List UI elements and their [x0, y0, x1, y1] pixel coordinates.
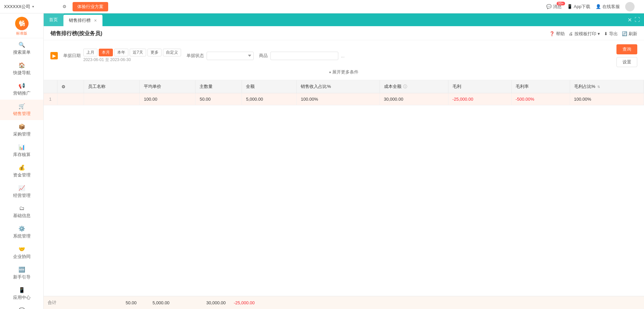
close-window-icon[interactable]: ✕: [628, 17, 632, 23]
row-profit: -25,000.00: [448, 93, 511, 105]
expand-chevron-icon: ▾: [329, 70, 331, 74]
sidebar-item-label: 库存核算: [13, 152, 31, 158]
header-settings-icon[interactable]: ⚙: [60, 2, 69, 11]
sidebar-item-label: 搜索菜单: [13, 49, 31, 55]
row-sales-pct: 100.00%: [297, 93, 380, 105]
export-button[interactable]: ⬇ 导出: [604, 31, 618, 37]
filter-row-main: ▶ 单据日期 上月 本月 本年 近7天 更多 自定义: [50, 44, 637, 67]
tab-home-label: 首页: [49, 17, 58, 23]
sidebar-item-guide[interactable]: 🆕 新手引导: [0, 263, 43, 284]
sidebar-item-inventory[interactable]: 📊 库存核算: [0, 141, 43, 161]
logo-text: 标准版: [16, 31, 27, 36]
help-button[interactable]: ❓ 帮助: [549, 31, 565, 37]
app-download-item[interactable]: 📱 App下载: [567, 4, 590, 10]
logo-icon: 畅: [15, 17, 29, 30]
sidebar-item-wechat[interactable]: 💬 企业微信: [0, 304, 43, 309]
sidebar-item-system[interactable]: ⚙️ 系统管理: [0, 222, 43, 243]
expand-more-btn[interactable]: ▾ 展开更多条件: [50, 67, 637, 76]
row-amount: 5,000.00: [242, 93, 297, 105]
profit-pct-sort-icon[interactable]: ⇅: [597, 85, 600, 89]
template-print-button[interactable]: 🖨 按模板打印 ▾: [569, 31, 600, 37]
quick-search-arrow[interactable]: ▶: [50, 52, 58, 59]
sidebar-item-search[interactable]: 🔍 搜索菜单: [0, 38, 43, 59]
message-icon: 💬: [546, 4, 552, 9]
sidebar-item-ops[interactable]: 📈 经营管理: [0, 182, 43, 202]
sales-icon: 🛒: [18, 103, 25, 109]
settings-button[interactable]: 设置: [616, 57, 637, 67]
company-name: XXXXXX公司: [4, 4, 30, 10]
page-content: 销售排行榜(按业务员) ❓ 帮助 🖨 按模板打印 ▾ ⬇ 导出: [44, 26, 644, 309]
sidebar-item-label: 企业协同: [13, 254, 31, 260]
message-icon-item[interactable]: 💬 消息 99+: [546, 4, 562, 10]
col-sales-pct: 销售收入占比%: [297, 80, 380, 93]
col-qty: 主数量: [196, 80, 242, 93]
this-month-btn[interactable]: 本月: [99, 49, 113, 56]
enterprise-icon: 🤝: [18, 246, 25, 252]
guide-icon: 🆕: [18, 266, 25, 273]
footer-label: 合计: [48, 300, 68, 306]
col-gear[interactable]: ⚙: [57, 80, 84, 93]
table-row: 1 100.00 50.00 5,000.00 100.00% 30,000.0…: [44, 93, 644, 105]
status-select[interactable]: [207, 52, 254, 60]
page-header: 销售排行榜(按业务员) ❓ 帮助 🖨 按模板打印 ▾ ⬇ 导出: [44, 26, 644, 40]
sidebar-item-apps[interactable]: 📱 应用中心: [0, 284, 43, 304]
tab-home[interactable]: 首页: [44, 13, 63, 26]
sidebar-item-marketing[interactable]: 📢 营销推广: [0, 79, 43, 100]
company-selector[interactable]: XXXXXX公司 ▾: [4, 4, 58, 10]
query-button[interactable]: 查询: [616, 44, 637, 54]
help-label: 帮助: [556, 31, 565, 37]
col-cost: 成本全额 ⓘ: [380, 80, 448, 93]
sidebar-item-label: 经营管理: [13, 193, 31, 199]
sidebar-item-shortcut[interactable]: 🏠 快捷导航: [0, 59, 43, 79]
col-amount: 全额: [242, 80, 297, 93]
col-profit-rate: 毛利率: [511, 80, 570, 93]
avatar[interactable]: [625, 2, 635, 11]
tab-close-icon[interactable]: ×: [94, 18, 97, 23]
more-date-btn[interactable]: 更多: [147, 49, 162, 56]
refresh-button[interactable]: 🔄 刷新: [622, 31, 637, 37]
search-icon: 🔍: [18, 42, 25, 48]
sidebar-item-sales[interactable]: 🛒 销售管理: [0, 100, 43, 120]
maximize-window-icon[interactable]: ⛶: [635, 17, 640, 23]
this-year-btn[interactable]: 本年: [114, 49, 128, 56]
row-index: 1: [44, 93, 57, 105]
sidebar-item-label: 基础信息: [13, 213, 31, 219]
sidebar-logo: 畅 标准版: [0, 13, 43, 38]
sidebar-item-base[interactable]: 🗂 基础信息: [0, 202, 43, 222]
data-table: ⚙ 员工名称 平均单价 主数量 全额: [44, 80, 644, 105]
seven-days-btn[interactable]: 近7天: [130, 49, 146, 56]
app-download-label: App下载: [574, 4, 590, 10]
main-content: 首页 销售排行榜 × ✕ ⛶ 销售排行榜(按业务员) ❓ 帮助: [44, 13, 644, 309]
row-qty: 50.00: [196, 93, 242, 105]
print-chevron-icon: ▾: [598, 31, 600, 36]
sidebar-item-finance[interactable]: 💰 资金管理: [0, 161, 43, 182]
cost-info-icon[interactable]: ⓘ: [403, 84, 407, 89]
marketing-icon: 📢: [18, 83, 25, 89]
page-title: 销售排行榜(按业务员): [50, 30, 102, 37]
date-range-display: 2023-06-01 至 2023-06-30: [83, 57, 181, 63]
sidebar-item-label: 新手引导: [13, 274, 31, 280]
sidebar-item-purchase[interactable]: 📦 采购管理: [0, 120, 43, 141]
sidebar-item-enterprise[interactable]: 🤝 企业协同: [0, 243, 43, 263]
filter-date-section: 上月 本月 本年 近7天 更多 自定义 2023-06-01 至 2023-06…: [83, 49, 181, 63]
trial-button[interactable]: 体验行业方案: [73, 2, 108, 11]
more-filter-icon[interactable]: ...: [341, 53, 345, 58]
tab-sales-rank-label: 销售排行榜: [69, 17, 91, 23]
header-right: 💬 消息 99+ 📱 App下载 👤 在线客服: [546, 2, 640, 11]
row-cost: 30,000.00: [380, 93, 448, 105]
online-service-item[interactable]: 👤 在线客服: [596, 4, 620, 10]
table-area: ⚙ 员工名称 平均单价 主数量 全额: [44, 80, 644, 296]
home-icon: 🏠: [18, 62, 25, 68]
system-icon: ⚙️: [18, 225, 25, 232]
inventory-icon: 📊: [18, 144, 25, 150]
row-actions: [57, 93, 84, 105]
goods-input[interactable]: [270, 52, 338, 60]
custom-date-btn[interactable]: 自定义: [163, 49, 181, 56]
wechat-icon: 💬: [18, 307, 25, 309]
tab-sales-rank[interactable]: 销售排行榜 ×: [63, 15, 102, 26]
sidebar-item-label: 资金管理: [13, 172, 31, 178]
page-actions: ❓ 帮助 🖨 按模板打印 ▾ ⬇ 导出 🔄 刷新: [549, 31, 637, 37]
online-service-label: 在线客服: [602, 4, 620, 10]
last-month-btn[interactable]: 上月: [83, 49, 97, 56]
row-name: [84, 93, 140, 105]
